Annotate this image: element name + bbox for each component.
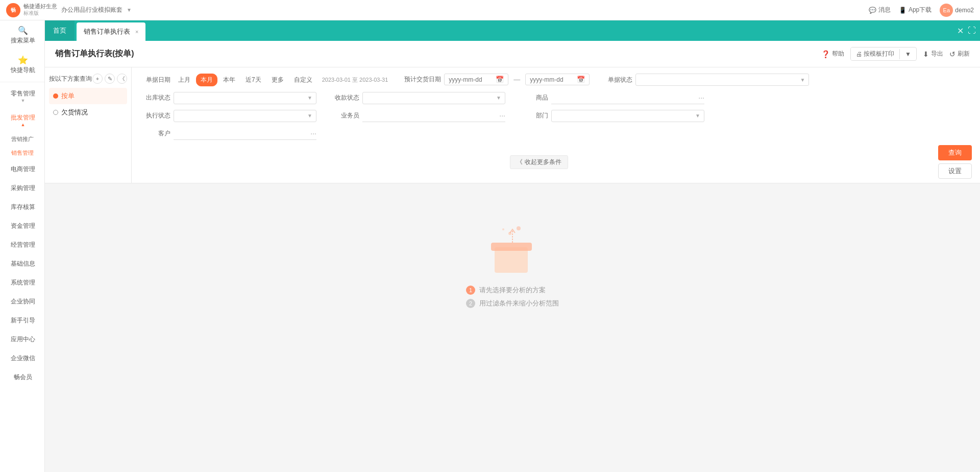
collapse-left-btn[interactable]: 《 — [117, 74, 127, 84]
sidebar-item-app-center[interactable]: 应用中心 — [0, 330, 44, 349]
receipt-select[interactable] — [362, 92, 505, 104]
sidebar-item-guide[interactable]: 新手引导 — [0, 311, 44, 330]
sidebar-item-members[interactable]: 畅会员 — [0, 368, 44, 387]
collapse-label: 收起更多条件 — [525, 158, 561, 167]
calendar-icon-from[interactable]: 📅 — [496, 76, 504, 83]
salesperson-input-area[interactable]: ··· — [362, 109, 505, 122]
query-btn[interactable]: 查询 — [938, 145, 972, 160]
svg-rect-1 — [491, 243, 532, 251]
refresh-btn[interactable]: ↺ 刷新 — [949, 50, 970, 58]
refresh-icon: ↺ — [949, 50, 955, 58]
collapse-icon: 《 — [517, 158, 523, 167]
sidebar-item-management[interactable]: 经营管理 — [0, 235, 44, 254]
sidebar-sub-item-sales[interactable]: 销售管理 — [0, 146, 44, 160]
sidebar-item-retail[interactable]: 零售管理 ▼ — [0, 84, 44, 108]
home-tab[interactable]: 首页 — [45, 20, 75, 41]
left-panel-title: 按以下方案查询 — [49, 75, 92, 83]
page-header: 销售订单执行表(按单) ❓ 帮助 🖨 按模板打印 ▼ — [45, 41, 980, 67]
status-select[interactable] — [635, 74, 809, 86]
sidebar-item-inventory-label: 库存核算 — [4, 203, 42, 211]
add-scheme-btn[interactable]: + — [92, 74, 103, 84]
expected-date-from-input[interactable] — [449, 76, 494, 83]
nav-dropdown-arrow[interactable]: ▼ — [127, 7, 132, 13]
message-btn[interactable]: 💬 消息 — [869, 6, 891, 14]
body-container: 按以下方案查询 + ✎ 《 按单 欠货情况 — [45, 67, 980, 183]
salesperson-dots-btn[interactable]: ··· — [499, 111, 505, 120]
date-btn-group: 上月 本月 本年 近7天 更多 自定义 — [174, 74, 317, 86]
nav-item-single-order[interactable]: 按单 — [49, 88, 127, 104]
product-cell: 商品 ··· — [518, 91, 972, 104]
sidebar-sub-item-marketing[interactable]: 营销推广 — [0, 132, 44, 146]
date-label: 单据日期 — [140, 76, 170, 84]
tab-bar-maximize-btn[interactable]: ⛶ — [968, 26, 976, 35]
help-btn[interactable]: ❓ 帮助 — [821, 50, 844, 58]
logo-area: 畅 畅捷通好生意 标准版 — [6, 3, 57, 17]
sidebar-item-collaboration[interactable]: 企业协同 — [0, 292, 44, 311]
user-profile-btn[interactable]: Ea demo2 — [940, 4, 974, 17]
template-print-arrow-btn[interactable]: ▼ — [900, 49, 916, 60]
date-separator: — — [513, 76, 520, 83]
sidebar: 🔍 搜索菜单 ⭐ 快捷导航 零售管理 ▼ 批发管理 ▲ 营销推广 销售管理 电商… — [0, 20, 45, 472]
nav-item-backorder[interactable]: 欠货情况 — [49, 104, 127, 121]
date-btn-more[interactable]: 更多 — [267, 74, 288, 86]
product-dots-btn[interactable]: ··· — [698, 93, 704, 102]
top-bar-right: 💬 消息 📱 App下载 Ea demo2 — [869, 4, 974, 17]
logo-subtitle: 标准版 — [23, 10, 57, 17]
active-tab[interactable]: 销售订单执行表 × — [77, 22, 145, 41]
nav-item-backorder-label: 欠货情况 — [61, 108, 88, 117]
execution-select[interactable] — [174, 110, 316, 122]
calendar-icon-to[interactable]: 📅 — [577, 76, 585, 83]
expected-date-to-input[interactable] — [530, 76, 575, 83]
sidebar-item-search-menu[interactable]: 🔍 搜索菜单 — [0, 20, 44, 50]
nav-item-single-order-label: 按单 — [61, 91, 75, 101]
department-select[interactable] — [551, 110, 704, 122]
left-panel-header: 按以下方案查询 + ✎ 《 — [49, 74, 127, 84]
empty-hint-2: 2 用过滤条件来缩小分析范围 — [466, 299, 559, 308]
empty-illustration-svg — [482, 224, 543, 275]
date-btn-last-month[interactable]: 上月 — [174, 74, 195, 86]
logo-title: 畅捷通好生意 — [23, 3, 57, 10]
date-range-text: 2023-03-01 至 2023-03-31 — [322, 76, 388, 84]
svg-point-3 — [517, 226, 521, 230]
export-btn[interactable]: ⬇ 导出 — [923, 50, 943, 58]
date-btn-7days[interactable]: 近7天 — [241, 74, 266, 86]
empty-illustration — [482, 224, 543, 275]
sidebar-item-ecommerce[interactable]: 电商管理 — [0, 160, 44, 179]
sidebar-item-quick-nav[interactable]: ⭐ 快捷导航 — [0, 50, 44, 80]
expected-date-cell: 预计交货日期 📅 — 📅 — [400, 74, 590, 85]
tab-close-btn[interactable]: × — [135, 29, 138, 35]
sidebar-item-wechat-label: 企业微信 — [4, 354, 42, 363]
refresh-label: 刷新 — [958, 50, 970, 58]
outbound-cell: 出库状态 ▼ — [140, 92, 316, 104]
sidebar-item-finance[interactable]: 资金管理 — [0, 217, 44, 235]
filter-row-4: 客户 ··· — [140, 127, 972, 140]
product-input-area[interactable]: ··· — [551, 91, 704, 104]
message-icon: 💬 — [869, 7, 876, 14]
hint-2-text: 用过滤条件来缩小分析范围 — [479, 299, 559, 308]
app-download-btn[interactable]: 📱 App下载 — [899, 6, 932, 14]
sidebar-item-management-label: 经营管理 — [4, 241, 42, 249]
sidebar-item-inventory[interactable]: 库存核算 — [0, 198, 44, 217]
customer-dots-btn[interactable]: ··· — [310, 129, 316, 137]
sidebar-item-wechat[interactable]: 企业微信 — [0, 349, 44, 368]
customer-input-area[interactable]: ··· — [174, 127, 316, 140]
sidebar-item-basic-info[interactable]: 基础信息 — [0, 254, 44, 273]
sidebar-item-wholesale[interactable]: 批发管理 ▲ — [0, 108, 44, 132]
sidebar-item-wholesale-label: 批发管理 — [4, 113, 42, 122]
nav-label[interactable]: 办公用品行业模拟账套 — [61, 6, 122, 14]
date-btn-custom[interactable]: 自定义 — [289, 74, 317, 86]
receipt-cell: 收款状态 ▼ — [329, 92, 505, 104]
settings-btn[interactable]: 设置 — [938, 163, 972, 179]
tab-bar-close-btn[interactable]: ✕ — [957, 26, 964, 36]
hint-1-text: 请先选择要分析的方案 — [479, 286, 546, 295]
date-btn-this-month[interactable]: 本月 — [196, 74, 217, 86]
sidebar-item-purchase[interactable]: 采购管理 — [0, 179, 44, 198]
collapse-btn[interactable]: 《 收起更多条件 — [510, 155, 568, 169]
help-label: 帮助 — [832, 50, 844, 58]
template-print-btn[interactable]: 🖨 按模板打印 — [851, 48, 899, 60]
sidebar-item-system[interactable]: 系统管理 — [0, 273, 44, 292]
date-btn-this-year[interactable]: 本年 — [218, 74, 240, 86]
outbound-select[interactable] — [174, 92, 316, 104]
hint-2-num: 2 — [466, 299, 475, 308]
edit-scheme-btn[interactable]: ✎ — [105, 74, 115, 84]
